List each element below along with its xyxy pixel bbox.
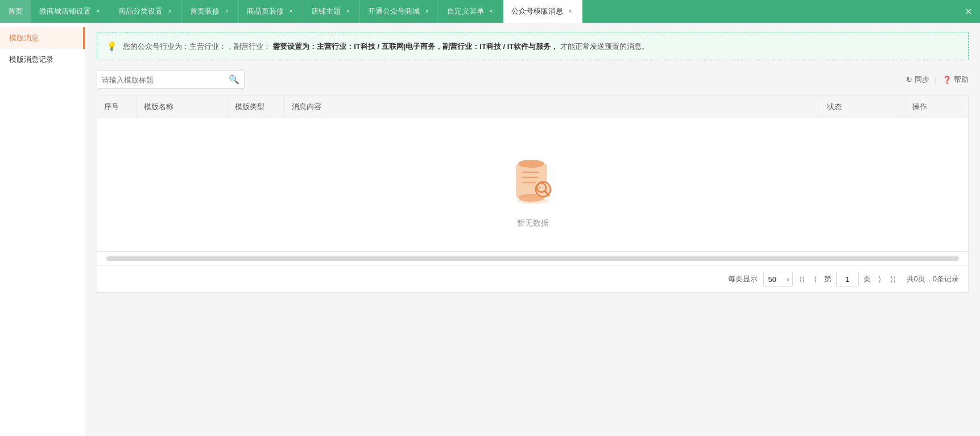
close-tab-store-theme[interactable]: ×: [344, 7, 352, 16]
tab-store-settings[interactable]: 微商城店铺设置×: [31, 0, 110, 23]
empty-state: 暂无数据: [97, 118, 968, 251]
col-header-action: 操作: [905, 96, 968, 118]
svg-point-1: [518, 160, 544, 168]
col-header-content: 消息内容: [285, 96, 820, 118]
main-content: 💡 您的公众号行业为：主营行业：，副营行业： 需要设置为：主营行业：IT科技 /…: [85, 23, 980, 436]
sync-button[interactable]: ↻ 同步: [906, 74, 929, 85]
notice-icon: 💡: [106, 41, 117, 51]
tab-store-theme[interactable]: 店铺主题×: [303, 0, 360, 23]
notice-suffix: 才能正常发送预置的消息。: [560, 42, 649, 51]
sidebar-item-template-msg[interactable]: 模版消息: [0, 27, 85, 49]
close-tab-custom-menu[interactable]: ×: [487, 7, 495, 16]
close-tab-store-settings[interactable]: ×: [94, 7, 102, 16]
top-nav: 首页微商城店铺设置×商品分类设置×首页装修×商品页装修×店铺主题×开通公众号商城…: [0, 0, 980, 23]
data-table: 序号 模版名称 模版类型 消息内容 状态 操作: [97, 95, 969, 293]
tab-custom-menu[interactable]: 自定义菜单×: [439, 0, 503, 23]
notice-highlight: 需要设置为：主营行业：IT科技 / 互联网|电子商务，副营行业：IT科技 / I…: [272, 42, 558, 51]
main-layout: 模版消息模版消息记录 💡 您的公众号行业为：主营行业：，副营行业： 需要设置为：…: [0, 23, 980, 436]
col-header-type: 模版类型: [228, 96, 285, 118]
col-header-name: 模版名称: [137, 96, 228, 118]
sidebar-item-template-msg-log[interactable]: 模版消息记录: [0, 49, 85, 70]
close-tab-open-mall[interactable]: ×: [423, 7, 431, 16]
horizontal-scrollbar[interactable]: [106, 256, 959, 261]
pagination: 每页显示 102050100 ⟨⟨ ⟨ 第 页 ⟩ ⟩⟩ 共0页，0条记录: [97, 265, 968, 292]
tab-home[interactable]: 首页: [0, 0, 31, 23]
tab-home-decoration[interactable]: 首页装修×: [182, 0, 239, 23]
prev-page-button[interactable]: ⟨: [811, 273, 820, 285]
search-button[interactable]: 🔍: [229, 74, 239, 85]
per-page-select-wrap: 102050100: [763, 272, 793, 286]
page-input[interactable]: [836, 272, 859, 286]
next-page-button[interactable]: ⟩: [875, 273, 884, 285]
total-info: 共0页，0条记录: [907, 274, 959, 284]
empty-text: 暂无数据: [517, 218, 549, 229]
close-tab-home-decoration[interactable]: ×: [223, 7, 230, 16]
search-bar: 🔍 ↻ 同步 | ❓ 帮助: [97, 70, 969, 89]
search-actions: ↻ 同步 | ❓ 帮助: [906, 74, 969, 85]
col-header-seq: 序号: [97, 96, 137, 118]
search-input-wrap: 🔍: [97, 70, 245, 89]
sync-label: 同步: [915, 74, 929, 85]
table-header: 序号 模版名称 模版类型 消息内容 状态 操作: [97, 96, 968, 118]
help-label: 帮助: [954, 74, 969, 85]
per-page-label: 每页显示: [728, 274, 758, 284]
notice-box: 💡 您的公众号行业为：主营行业：，副营行业： 需要设置为：主营行业：IT科技 /…: [97, 32, 969, 60]
page-label: 第: [824, 274, 832, 284]
col-header-status: 状态: [820, 96, 905, 118]
scroll-track-container: [97, 251, 968, 265]
page-suffix: 页: [863, 274, 871, 284]
empty-state-icon: [505, 152, 561, 209]
global-close-button[interactable]: ✕: [957, 0, 980, 23]
close-tab-template-msg[interactable]: ×: [567, 7, 574, 16]
tab-product-decoration[interactable]: 商品页装修×: [239, 0, 303, 23]
notice-prefix: 您的公众号行业为：主营行业：，副营行业：: [123, 42, 271, 51]
close-tab-category-settings[interactable]: ×: [166, 7, 173, 16]
tab-category-settings[interactable]: 商品分类设置×: [110, 0, 182, 23]
tab-open-mall[interactable]: 开通公众号商城×: [360, 0, 439, 23]
close-tab-product-decoration[interactable]: ×: [287, 7, 295, 16]
action-divider: |: [935, 76, 937, 84]
search-input[interactable]: [102, 76, 229, 84]
per-page-select[interactable]: 102050100: [763, 272, 793, 286]
help-button[interactable]: ❓ 帮助: [942, 74, 969, 85]
last-page-button[interactable]: ⟩⟩: [887, 273, 899, 285]
sync-icon: ↻: [906, 76, 912, 84]
tab-template-msg[interactable]: 公众号模版消息×: [503, 0, 582, 23]
first-page-button[interactable]: ⟨⟨: [796, 273, 808, 285]
help-icon: ❓: [942, 76, 952, 84]
sidebar: 模版消息模版消息记录: [0, 23, 85, 436]
